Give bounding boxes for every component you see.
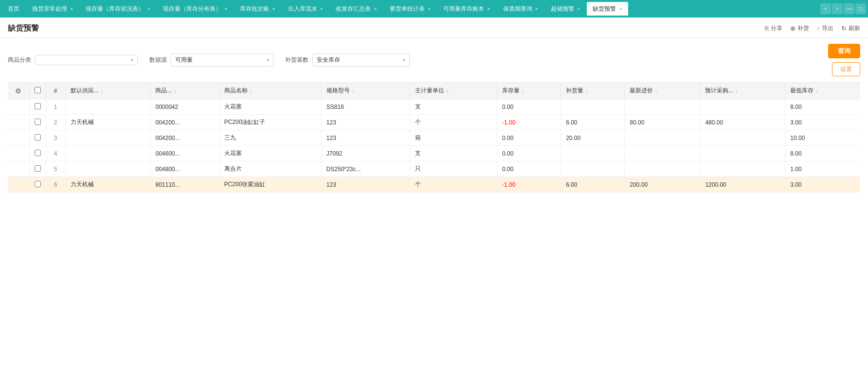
row-estimated-4 [700, 161, 785, 177]
sort-name-icon[interactable]: ↕ [250, 88, 252, 93]
row-price-2 [625, 130, 700, 146]
replenish-basis-select[interactable]: 安全库存 ▾ [312, 53, 410, 67]
tab-expiry-query[interactable]: 保质期查询 × [497, 2, 544, 16]
row-gear-5 [8, 177, 29, 193]
sort-estimated-icon[interactable]: ↕ [735, 88, 738, 93]
close-tab-available-ledger[interactable]: × [487, 6, 490, 12]
top-navigation: 首页 拣货异常处理 × 现存量（库存状况表） × 现存量（库存分布表） × 库存… [0, 0, 868, 18]
tab-overstock-warning[interactable]: 超储预警 × [545, 2, 586, 16]
nav-minimize-button[interactable]: — [844, 3, 854, 14]
row-spec-2: 123 [321, 130, 410, 146]
row-checkbox-0[interactable] [29, 99, 46, 115]
col-header-num: # [46, 83, 65, 99]
category-filter-group: 商品分类 ▾ [8, 55, 138, 65]
sort-stock-icon[interactable]: ↕ [522, 88, 524, 93]
row-estimated-2 [700, 130, 785, 146]
sort-replenish-icon[interactable]: ↕ [585, 88, 588, 93]
tab-shortage-warning[interactable]: 缺货预警 × [587, 2, 628, 16]
row-name-0: 火花塞 [219, 99, 321, 115]
tab-in-out-flow[interactable]: 出入库流水 × [282, 2, 329, 16]
close-tab-inventory-dist[interactable]: × [224, 6, 227, 12]
row-estimated-3 [700, 146, 785, 161]
row-select-5[interactable] [35, 181, 41, 187]
nav-prev-button[interactable]: ‹ [820, 3, 831, 14]
col-header-product-name: 商品名称 ↕ [219, 83, 321, 99]
tab-inventory-dist[interactable]: 现存量（库存分布表） × [157, 2, 233, 16]
row-replenish-0 [561, 99, 625, 115]
row-minstock-0: 8.00 [785, 99, 860, 115]
close-tab-receive-summary[interactable]: × [374, 6, 377, 12]
close-tab-inventory-status[interactable]: × [147, 6, 150, 12]
tab-home[interactable]: 首页 [2, 2, 25, 16]
row-checkbox-5[interactable] [29, 177, 46, 193]
datasource-chevron-icon: ▾ [267, 57, 269, 63]
sort-price-icon[interactable]: ↕ [655, 88, 657, 93]
row-checkbox-2[interactable] [29, 130, 46, 146]
row-replenish-1: 6.00 [561, 115, 625, 130]
tab-order-stats[interactable]: 要货单统计表 × [384, 2, 436, 16]
row-minstock-4: 1.00 [785, 161, 860, 177]
close-tab-overstock-warning[interactable]: × [577, 6, 580, 12]
row-spec-3: J7092 [321, 146, 410, 161]
tab-available-ledger[interactable]: 可用量库存账本 × [437, 2, 496, 16]
sort-minstock-icon[interactable]: ↕ [815, 88, 818, 93]
settings-button[interactable]: 设置 [832, 62, 860, 76]
tab-receive-summary[interactable]: 收发存汇总表 × [330, 2, 382, 16]
row-price-3 [625, 146, 700, 161]
sort-code-icon[interactable]: ↕ [174, 88, 176, 93]
row-name-2: 三九 [219, 130, 321, 146]
tab-batch-ledger[interactable]: 库存批次账 × [234, 2, 281, 16]
col-header-default-supplier: 默认供应... ↕ [65, 83, 150, 99]
row-price-4 [625, 161, 700, 177]
row-code-3: 004600... [150, 146, 219, 161]
close-tab-abnormal[interactable]: × [70, 6, 73, 12]
datasource-label: 数据源 [149, 56, 167, 64]
header-actions: ⎘ 分享 ⊕ 补货 ↑ 导出 ↻ 刷新 [765, 24, 861, 33]
tab-inventory-status[interactable]: 现存量（库存状况表） × [80, 2, 156, 16]
category-select[interactable]: ▾ [35, 55, 138, 65]
row-checkbox-1[interactable] [29, 115, 46, 130]
nav-next-button[interactable]: › [832, 3, 843, 14]
row-supplier-1: 力天机械 [65, 115, 150, 130]
row-supplier-0 [65, 99, 150, 115]
close-tab-in-out-flow[interactable]: × [320, 6, 323, 12]
refresh-button[interactable]: ↻ 刷新 [841, 24, 860, 33]
row-stock-5: -1.00 [497, 177, 561, 193]
row-gear-4 [8, 161, 29, 177]
col-header-min-stock: 最低库存 ↕ [785, 83, 860, 99]
query-button[interactable]: 查询 [828, 44, 860, 58]
page-container: 缺货预警 ⎘ 分享 ⊕ 补货 ↑ 导出 ↻ 刷新 商品分类 [0, 18, 868, 387]
row-checkbox-4[interactable] [29, 161, 46, 177]
row-select-0[interactable] [35, 103, 41, 109]
row-minstock-1: 3.00 [785, 115, 860, 130]
row-select-2[interactable] [35, 134, 41, 141]
datasource-select[interactable]: 可用量 ▾ [171, 53, 273, 67]
row-select-1[interactable] [35, 119, 41, 125]
sort-unit-icon[interactable]: ↕ [446, 88, 449, 93]
row-supplier-4 [65, 161, 150, 177]
close-tab-order-stats[interactable]: × [428, 6, 431, 12]
sort-spec-icon[interactable]: ↕ [352, 88, 354, 93]
row-select-4[interactable] [35, 165, 41, 172]
row-stock-1: -1.00 [497, 115, 561, 130]
row-num-1: 2 [46, 115, 65, 130]
replenish-basis-label: 补货基数 [285, 56, 308, 64]
row-checkbox-3[interactable] [29, 146, 46, 161]
table-gear-icon[interactable]: ⚙ [15, 87, 21, 95]
select-all-checkbox[interactable] [35, 87, 41, 93]
replenish-button[interactable]: ⊕ 补货 [790, 24, 809, 33]
nav-maximize-button[interactable]: □ [855, 3, 866, 14]
export-button[interactable]: ↑ 导出 [817, 24, 834, 33]
tab-abnormal[interactable]: 拣货异常处理 × [26, 2, 79, 16]
row-replenish-5: 6.00 [561, 177, 625, 193]
row-code-2: 004200... [150, 130, 219, 146]
row-stock-2: 0.00 [497, 130, 561, 146]
row-select-3[interactable] [35, 150, 41, 156]
sort-supplier-icon[interactable]: ↕ [101, 88, 103, 93]
col-header-replenish-qty: 补货量 ↕ [561, 83, 625, 99]
close-tab-expiry-query[interactable]: × [535, 6, 538, 12]
close-tab-batch-ledger[interactable]: × [272, 6, 275, 12]
share-button[interactable]: ⎘ 分享 [765, 24, 782, 33]
row-spec-0: SS816 [321, 99, 410, 115]
close-tab-shortage-warning[interactable]: × [619, 6, 622, 12]
